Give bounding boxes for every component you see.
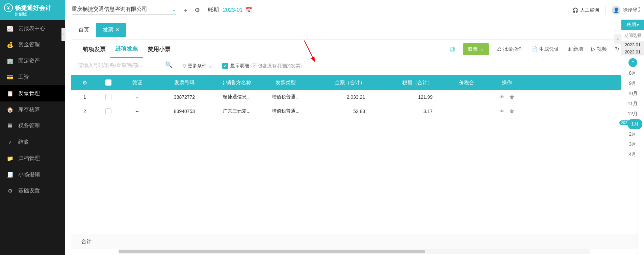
scrollbar-thumb[interactable]	[119, 250, 425, 253]
cell-invoice-no: 83940753	[156, 109, 213, 114]
cell-type: 增值税普通...	[260, 94, 311, 100]
period-month[interactable]: 4月	[621, 149, 644, 160]
panel-collapse[interactable]: »	[614, 34, 621, 44]
delete-icon[interactable]: 🗑	[510, 94, 514, 100]
fullscreen-icon[interactable]: ⛶	[635, 7, 640, 13]
table-row[interactable]: 1 -- 38872772 畅捷通信息... 增值税普通... 2,033.21…	[71, 90, 638, 104]
period-year[interactable]: 2023.01	[621, 41, 644, 48]
show-detail-hint: (不包含没有明细的发票)	[251, 63, 302, 69]
sidebar-item-settings[interactable]: ⚙基础设置	[0, 183, 65, 199]
period-year[interactable]: 2023.01	[621, 48, 644, 55]
chart-icon: 📈	[7, 25, 14, 32]
sidebar-item-salary[interactable]: 💳工资	[0, 69, 65, 85]
plus-icon: ⊕	[567, 46, 572, 52]
voucher-action[interactable]: 📄生成凭证	[531, 46, 559, 52]
th-type[interactable]: 发票类型	[260, 79, 311, 86]
th-seller[interactable]: ▲▼销售方名称	[213, 79, 260, 86]
row-checkbox[interactable]	[98, 108, 119, 114]
table-row[interactable]: 2 -- 83940753 广东三元麦... 增值税普通... 52.83 3.…	[71, 104, 638, 118]
card-icon: 💳	[7, 74, 14, 80]
logo-subtitle: 旗舰版	[15, 11, 65, 17]
subtab-purchase[interactable]: 进项发票	[110, 40, 143, 58]
period-month[interactable]: 12月	[621, 109, 644, 119]
content-card: 销项发票 进项发票 费用小票 ⧉ 取票 ⌄ ⚖批量操作 📄生成凭证 ⊕新增 ▷视…	[71, 39, 638, 255]
sidebar-item-reimburse[interactable]: 🧾小畅报销	[0, 166, 65, 183]
row-checkbox[interactable]	[98, 94, 119, 100]
period-month[interactable]: 2月	[621, 129, 644, 139]
tab-home[interactable]: 首页	[72, 23, 96, 37]
close-icon[interactable]: ✕	[115, 27, 120, 32]
tab-invoice[interactable]: 发票 ✕	[96, 23, 126, 37]
sliders-icon: ⚖	[497, 46, 501, 52]
building-icon: 🏢	[7, 57, 14, 64]
refresh-icon: ↻	[615, 46, 619, 52]
invoice-icon: 📋	[7, 90, 14, 97]
gear-icon: ⚙	[7, 187, 14, 194]
subtab-sales[interactable]: 销项发票	[78, 41, 110, 58]
sidebar-item-assets[interactable]: 🏢固定资产	[0, 53, 65, 69]
subtab-expense[interactable]: 费用小票	[143, 41, 175, 58]
add-action[interactable]: ⊕新增	[567, 46, 583, 52]
play-icon: ▷	[591, 46, 595, 52]
chevron-down-icon: ⌄	[208, 63, 212, 69]
table-header: ⚙ 凭证 发票号码 ▲▼销售方名称 发票类型 金额（合计） 税额（合计） 价税合…	[71, 75, 638, 90]
settings-icon[interactable]: ⚙	[195, 6, 200, 14]
period-panel-toggle[interactable]: 账期▾	[621, 20, 644, 30]
th-invoice-no[interactable]: 发票号码	[156, 79, 213, 86]
video-action[interactable]: ▷视频	[591, 46, 607, 52]
sidebar-item-reports[interactable]: 📈云报表中心	[0, 20, 65, 37]
period-month[interactable]: 8月	[621, 68, 644, 78]
company-selector[interactable]: 重庆畅捷交通信息咨询有限公司 ⌄	[72, 6, 176, 15]
period-panel: 账期▾ » 期间选择 2023.01 2023.01 ⌃ 8月 9月 10月 1…	[621, 20, 644, 160]
view-icon[interactable]: 👁	[499, 94, 504, 100]
topbar: 重庆畅捷交通信息咨询有限公司 ⌄ ＋ ⚙ 账期 2023-01 📅 🎧 人工咨询…	[65, 0, 644, 20]
filter-icon: ▽	[183, 63, 186, 69]
period-month-current[interactable]: 1月	[627, 119, 642, 129]
consult-link[interactable]: 🎧 人工咨询	[572, 7, 599, 13]
cell-tax: 3.17	[379, 109, 446, 114]
th-voucher[interactable]: 凭证	[119, 79, 156, 86]
more-conditions[interactable]: ▽ 更多条件 ⌄	[183, 63, 212, 69]
cell-amount: 2,033.21	[311, 94, 379, 100]
tax-icon: 🏛	[7, 122, 14, 129]
th-tax[interactable]: 税额（合计）	[379, 79, 446, 86]
doc-icon: 📄	[531, 46, 538, 52]
delete-icon[interactable]: 🗑	[510, 109, 514, 114]
th-total[interactable]: 价税合	[446, 79, 487, 86]
folder-icon: 📁	[7, 155, 14, 162]
pickup-button[interactable]: 取票 ⌄	[463, 43, 489, 55]
period-month[interactable]: 3月	[621, 139, 644, 149]
batch-action[interactable]: ⚖批量操作	[497, 46, 523, 52]
horizontal-scrollbar[interactable]	[119, 249, 590, 254]
period-month[interactable]: 11月	[621, 99, 644, 109]
period-month[interactable]: 10月	[621, 89, 644, 99]
sidebar-item-closing[interactable]: ✓结账	[0, 134, 65, 150]
cell-amount: 52.83	[311, 109, 379, 114]
sidebar-item-inventory[interactable]: 🏠库存核算	[0, 101, 65, 118]
scroll-top-icon[interactable]: ⌃	[628, 58, 637, 67]
sidebar: ¥ 畅捷通好会计 旗舰版 📈云报表中心 💰资金管理 🏢固定资产 💳工资 📋发票管…	[0, 0, 65, 255]
search-input[interactable]	[78, 62, 165, 68]
user-menu[interactable]: 👤 徐泽华	[612, 6, 637, 15]
add-icon[interactable]: ＋	[182, 6, 188, 14]
logo-text: 畅捷通好会计	[15, 4, 51, 12]
period-label: 账期	[208, 6, 219, 14]
th-amount[interactable]: 金额（合计）	[311, 79, 379, 86]
cell-voucher: --	[119, 94, 156, 100]
logo: ¥ 畅捷通好会计 旗舰版	[0, 0, 65, 20]
show-detail-checkbox-wrap: ✓ 显示明细 (不包含没有明细的发票)	[222, 63, 302, 69]
sidebar-item-archive[interactable]: 📁归档管理	[0, 150, 65, 166]
search-icon[interactable]: 🔍	[165, 61, 173, 69]
select-all-checkbox[interactable]	[98, 79, 119, 86]
th-op: 操作	[487, 79, 527, 86]
period-month[interactable]: 9月	[621, 78, 644, 89]
sidebar-item-funds[interactable]: 💰资金管理	[0, 37, 65, 53]
show-detail-checkbox[interactable]: ✓	[222, 63, 228, 69]
sidebar-item-invoice[interactable]: 📋发票管理	[0, 85, 65, 101]
sidebar-item-tax[interactable]: 🏛税务管理	[0, 118, 65, 134]
filter-row: 🔍 ▽ 更多条件 ⌄ ✓ 显示明细 (不包含没有明细的发票)	[71, 59, 638, 75]
gear-icon[interactable]: ⚙	[82, 80, 87, 86]
view-icon[interactable]: 👁	[499, 109, 504, 114]
qr-icon[interactable]: ⧉	[449, 45, 455, 53]
period-selector[interactable]: 2023-01 📅	[223, 7, 252, 13]
